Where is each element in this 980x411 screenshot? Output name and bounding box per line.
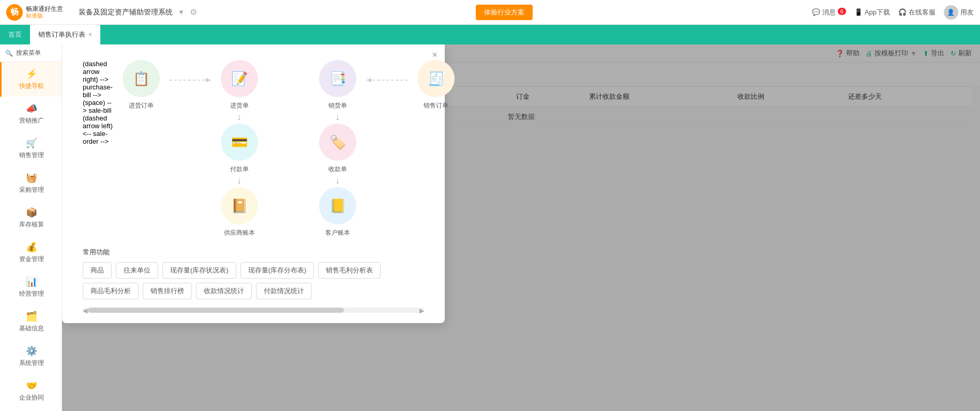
func-sales-profit[interactable]: 销售毛利分析表 [318,262,381,279]
inventory-icon: 📦 [26,207,37,218]
supplier-ledger-circle: 📔 [221,187,258,224]
sidebar-item-operations[interactable]: 📊 经营管理 [0,270,62,305]
top-bar: 畅 畅康通好生意 标准版 装备及固定资产辅助管理系统 ▼ ⚙ 体验行业方案 💬 … [0,0,980,25]
tab-close-button[interactable]: × [88,31,92,38]
func-sales-rank[interactable]: 销售排行榜 [143,283,192,299]
spacer-arrow [170,112,211,121]
purchase-bill-node[interactable]: 📝 进货单 [211,60,268,110]
purchase-bill-circle: 📝 [221,60,258,97]
purchase-icon: 🧺 [26,172,37,184]
func-receipt-stats[interactable]: 收款情况统计 [196,283,252,299]
s2 [170,176,211,185]
service-icon: 🎧 [898,8,907,16]
flow-row3: 📔 供应商账本 📒 客户账本 [113,187,464,237]
flow-down-arrows-row: ↓ ↓ [113,112,464,121]
spacer-mid [268,112,309,121]
scroll-left-button[interactable]: ◀ [83,307,87,314]
quick-nav-modal: × (dashed arrow right) --> purchase-bill… [62,44,445,323]
try-industry-button[interactable]: 体验行业方案 [476,5,533,20]
sales-icon: 🛒 [26,138,37,149]
payment-circle: 💳 [221,124,258,161]
sidebar-item-funds[interactable]: 💰 资金管理 [0,235,62,270]
purchase-bill-label: 进货单 [230,101,249,110]
sidebar-item-sales[interactable]: 🛒 销售管理 [0,131,62,166]
quick-nav-icon: ⚡ [26,68,37,80]
customer-ledger-circle: 📒 [319,187,356,224]
s3 [268,176,309,185]
logo-area: 畅 畅康通好生意 标准版 [6,4,68,21]
sale-order-circle: 🧾 [417,60,455,97]
svg-marker-1 [206,78,211,82]
settings-icon[interactable]: ⚙ [190,7,197,17]
sidebar-item-inventory[interactable]: 📦 库存核算 [0,201,62,235]
customer-ledger-label: 客户账本 [325,229,350,237]
modal-close-button[interactable]: × [432,50,438,60]
arrow-down-pay: ↓ [211,176,268,185]
message-icon: 💬 [812,8,820,16]
func-inventory-status[interactable]: 现存量(库存状况表) [162,262,236,279]
download-icon: 📱 [854,8,863,16]
s1 [113,176,170,185]
payment-node[interactable]: 💳 付款单 [211,124,268,174]
func-product-profit[interactable]: 商品毛利分析 [83,283,139,299]
user-menu[interactable]: 👤 用友 [944,5,974,20]
search-icon: 🔍 [5,50,13,57]
logo-icon: 畅 [6,4,23,21]
sidebar-item-quick-nav[interactable]: ⚡ 快捷导航 [0,62,62,97]
sidebar-item-marketing[interactable]: 📣 营销推广 [0,97,62,131]
sidebar: 🔍 搜索菜单 ⚡ 快捷导航 📣 营销推广 🛒 销售管理 🧺 采购管理 📦 [0,44,62,411]
user-avatar: 👤 [944,5,958,20]
main-area: 🔍 搜索菜单 ⚡ 快捷导航 📣 营销推广 🛒 销售管理 🧺 采购管理 📦 [0,44,980,411]
tab-bar: 首页 销售订单执行表 × [0,25,980,44]
purchase-order-label: 进货订单 [129,101,154,110]
arrow-so-to-sb [366,76,408,84]
search-menu-button[interactable]: 🔍 搜索菜单 [0,44,62,62]
flow-chart-area: (dashed arrow right) --> purchase-bill -… [83,60,424,237]
dropdown-icon[interactable]: ▼ [178,8,185,16]
sale-order-label: 销售订单 [424,101,448,110]
logo-text: 畅康通好生意 标准版 [26,5,63,20]
message-button[interactable]: 💬 消息 6 [812,8,846,17]
arrow-down-rec: ↓ [309,176,366,185]
receipt-node[interactable]: 🏷️ 收款单 [309,124,366,174]
system-title: 装备及固定资产辅助管理系统 [79,8,173,17]
sidebar-item-enterprise[interactable]: 🤝 企业协同 [0,374,62,408]
func-contacts[interactable]: 往来单位 [116,262,158,279]
purchase-order-circle: 📋 [123,60,160,97]
purchase-order-node[interactable]: 📋 进货订单 [113,60,170,110]
receipt-label: 收款单 [328,165,347,174]
func-payment-stats[interactable]: 付款情况统计 [256,283,312,299]
marketing-icon: 📣 [26,103,37,114]
online-service-button[interactable]: 🎧 在线客服 [898,8,936,17]
tab-home[interactable]: 首页 [0,25,30,44]
functions-grid: 商品 往来单位 现存量(库存状况表) 现存量(库存分布表) 销售毛利分析表 商品… [83,262,424,299]
tab-sales-orders[interactable]: 销售订单执行表 × [30,25,100,44]
enterprise-icon: 🤝 [26,380,37,391]
arrow-down-sb: ↓ [309,112,366,121]
spacer-left [113,112,170,121]
customer-ledger-node[interactable]: 📒 客户账本 [309,187,366,237]
sale-bill-label: 销货单 [328,101,347,110]
operations-icon: 📊 [26,276,37,287]
page-content: ❓ 帮助 🖨 按模板打印 ▼ ⬆ 导出 ↻ 刷新 [62,44,980,411]
top-right: 💬 消息 6 📱 App下载 🎧 在线客服 👤 用友 [812,5,974,20]
supplier-ledger-node[interactable]: 📔 供应商账本 [211,187,268,237]
app-container: 畅 畅康通好生意 标准版 装备及固定资产辅助管理系统 ▼ ⚙ 体验行业方案 💬 … [0,0,980,411]
sidebar-item-purchase[interactable]: 🧺 采购管理 [0,166,62,201]
scrollbar-thumb[interactable] [88,308,344,313]
flow-row2: 💳 付款单 🏷️ 收款单 [113,124,464,174]
func-inventory-dist[interactable]: 现存量(库存分布表) [240,262,314,279]
sale-order-node[interactable]: 🧾 销售订单 [408,60,464,110]
func-product[interactable]: 商品 [83,262,112,279]
modal-overlay[interactable]: × (dashed arrow right) --> purchase-bill… [62,44,980,411]
sidebar-item-beginner[interactable]: 📖 新手引导 [0,408,62,411]
sidebar-item-system[interactable]: ⚙️ 系统管理 [0,339,62,374]
receipt-circle: 🏷️ [319,124,356,161]
scroll-right-button[interactable]: ▶ [419,307,424,314]
sidebar-item-basic-info[interactable]: 🗂️ 基础信息 [0,305,62,339]
sale-bill-node[interactable]: 📑 销货单 [309,60,366,110]
payment-label: 付款单 [230,165,249,174]
app-download-button[interactable]: 📱 App下载 [854,8,890,17]
flow-top-row: 📋 进货订单 [113,60,464,237]
s5 [408,176,464,185]
